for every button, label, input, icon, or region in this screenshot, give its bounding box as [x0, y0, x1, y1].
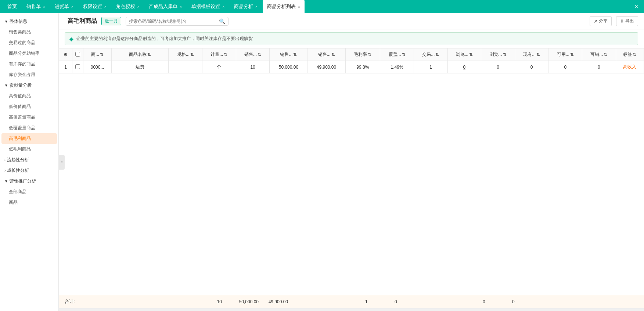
sidebar-item-high-margin[interactable]: 高毛利商品 — [1, 133, 57, 144]
sort-icon[interactable]: ⇅ — [224, 52, 227, 57]
col-sales-amount[interactable]: 销售...⇅ — [270, 48, 307, 61]
sidebar-item-high-value[interactable]: 高价值商品 — [0, 91, 58, 101]
col-browse1[interactable]: 浏览...⇅ — [447, 48, 481, 61]
footer-sellable: 0 — [499, 299, 528, 304]
col-name[interactable]: 商品名称⇅ — [112, 48, 169, 61]
col-unit[interactable]: 计量...⇅ — [202, 48, 236, 61]
col-browse2[interactable]: 浏览...⇅ — [481, 48, 515, 61]
share-button[interactable]: ↗ 分享 — [590, 16, 612, 26]
footer-cell-empty6 — [183, 299, 205, 304]
sort-icon[interactable]: ⇅ — [633, 52, 636, 57]
tab-product-inbound[interactable]: 产成品入库单 × — [144, 0, 186, 13]
sidebar-item-low-margin[interactable]: 低毛利商品 — [0, 144, 58, 155]
sort-icon[interactable]: ⇅ — [368, 52, 371, 57]
expand-arrow-icon: ▼ — [4, 19, 8, 23]
sort-icon[interactable]: ⇅ — [402, 52, 406, 57]
tab-close-icon[interactable]: × — [104, 5, 107, 9]
tab-product-analysis[interactable]: 商品分析 × — [230, 0, 262, 13]
sort-icon[interactable]: ⇅ — [190, 52, 194, 57]
col-usable[interactable]: 可用...⇅ — [548, 48, 582, 61]
content-header: 高毛利商品 近一月 🔍 ↗ 分享 ⬇ 导出 — [59, 13, 644, 29]
sort-icon[interactable]: ⇅ — [293, 52, 297, 57]
footer-sales-qty: 10 — [205, 299, 234, 304]
sort-icon[interactable]: ⇅ — [570, 52, 574, 57]
sidebar-item-low-value[interactable]: 低价值商品 — [0, 101, 58, 112]
data-table-wrapper: ⚙ 商...⇅ 商品名称⇅ 规格...⇅ — [59, 48, 644, 295]
tab-role-auth[interactable]: 角色授权 × — [112, 0, 144, 13]
tab-close-icon[interactable]: × — [180, 5, 182, 9]
col-settings[interactable]: ⚙ — [59, 48, 72, 61]
horizontal-scrollbar[interactable] — [59, 308, 644, 311]
sidebar-item-sales-goods[interactable]: 销售类商品 — [0, 27, 58, 37]
tab-close-icon[interactable]: × — [71, 5, 73, 9]
footer-cell-empty4 — [124, 299, 161, 304]
sort-icon[interactable]: ⇅ — [147, 52, 151, 57]
tab-home[interactable]: 首页 — [3, 0, 21, 13]
cell-spec — [169, 61, 202, 73]
close-all-tabs-button[interactable]: × — [632, 3, 641, 10]
search-box[interactable]: 🔍 — [126, 17, 229, 26]
col-coverage[interactable]: 覆盖...⇅ — [380, 48, 414, 61]
select-all-checkbox[interactable] — [75, 52, 80, 57]
cell-code: 0000... — [83, 61, 112, 73]
time-filter-button[interactable]: 近一月 — [101, 17, 121, 25]
col-trade[interactable]: 交易...⇅ — [414, 48, 447, 61]
sidebar-item-new-goods[interactable]: 新品 — [0, 197, 58, 208]
sidebar-group-overall-info[interactable]: ▼ 整体信息 — [0, 16, 58, 27]
export-button[interactable]: ⬇ 导出 — [616, 16, 638, 26]
sort-icon[interactable]: ⇅ — [536, 52, 540, 57]
sort-icon[interactable]: ⇅ — [331, 52, 335, 57]
tab-template-settings[interactable]: 单据模板设置 × — [187, 0, 229, 13]
footer-empty-browse2 — [410, 299, 440, 304]
tab-permission-settings[interactable]: 权限设置 × — [79, 0, 111, 13]
sidebar-group-trend[interactable]: › 流趋性分析 — [0, 155, 58, 165]
col-gross-rate[interactable]: 毛利率⇅ — [345, 48, 380, 61]
sidebar-group-marketing[interactable]: ▼ 营销推广分析 — [0, 176, 58, 187]
tab-close-icon[interactable]: × — [43, 5, 45, 9]
sort-icon[interactable]: ⇅ — [100, 52, 104, 57]
tab-purchase-order[interactable]: 进货单 × — [50, 0, 78, 13]
sort-icon[interactable]: ⇅ — [503, 52, 507, 57]
col-sales-qty[interactable]: 销售...⇅ — [236, 48, 270, 61]
tab-close-icon[interactable]: × — [298, 5, 300, 9]
tab-close-icon[interactable]: × — [222, 5, 224, 9]
search-input[interactable] — [129, 19, 217, 24]
export-icon: ⬇ — [620, 19, 624, 24]
sidebar-item-stocked-goods[interactable]: 有库存的商品 — [0, 59, 58, 69]
sidebar-collapse-button[interactable]: « — [59, 155, 65, 170]
col-sales-cost[interactable]: 销售...⇅ — [307, 48, 345, 61]
footer-browse1: 0 — [381, 299, 410, 304]
table-row: 1 0000... 运费 — [59, 61, 644, 73]
col-tag[interactable]: 标签⇅ — [616, 48, 644, 61]
footer-cell-empty5 — [161, 299, 183, 304]
footer-totals-bar: 合计: 10 50,000.00 49,900.00 1 0 0 0 — [59, 295, 644, 308]
tab-sales-order[interactable]: 销售单 × — [22, 0, 50, 13]
sidebar-group-contribution[interactable]: ▼ 贡献量分析 — [0, 80, 58, 91]
col-checkbox[interactable] — [72, 48, 83, 61]
sort-icon[interactable]: ⇅ — [258, 52, 261, 57]
tab-close-icon[interactable]: × — [137, 5, 140, 9]
tab-product-analysis-list[interactable]: 商品分析列表 × — [263, 0, 305, 13]
cell-browse1[interactable]: 0 — [447, 61, 481, 73]
sort-icon[interactable]: ⇅ — [435, 52, 439, 57]
sidebar-item-stock-capital[interactable]: 库存资金占用 — [0, 69, 58, 80]
sidebar-item-all-goods[interactable]: 全部商品 — [0, 187, 58, 197]
sidebar-group-growth[interactable]: › 成长性分析 — [0, 165, 58, 176]
search-icon[interactable]: 🔍 — [219, 18, 225, 24]
sidebar-item-high-coverage[interactable]: 高覆盖量商品 — [0, 112, 58, 123]
col-stock-avail[interactable]: 现有...⇅ — [515, 48, 548, 61]
sidebar-item-traded-goods[interactable]: 交易过的商品 — [0, 37, 58, 48]
row-checkbox[interactable] — [75, 64, 80, 69]
col-code[interactable]: 商...⇅ — [83, 48, 112, 61]
sort-icon[interactable]: ⇅ — [604, 52, 607, 57]
column-settings-icon[interactable]: ⚙ — [64, 52, 68, 57]
col-sellable[interactable]: 可销...⇅ — [582, 48, 616, 61]
sort-icon[interactable]: ⇅ — [469, 52, 473, 57]
tab-close-icon[interactable]: × — [255, 5, 258, 9]
cell-browse2: 0 — [481, 61, 515, 73]
sidebar-item-low-coverage[interactable]: 低覆盖量商品 — [0, 123, 58, 133]
col-spec[interactable]: 规格...⇅ — [169, 48, 202, 61]
sidebar-item-category-rate[interactable]: 商品分类助销率 — [0, 48, 58, 59]
cell-checkbox[interactable] — [72, 61, 83, 73]
sidebar: ▼ 整体信息 销售类商品 交易过的商品 商品分类助销率 有库存的商品 库存资金占… — [0, 13, 59, 311]
